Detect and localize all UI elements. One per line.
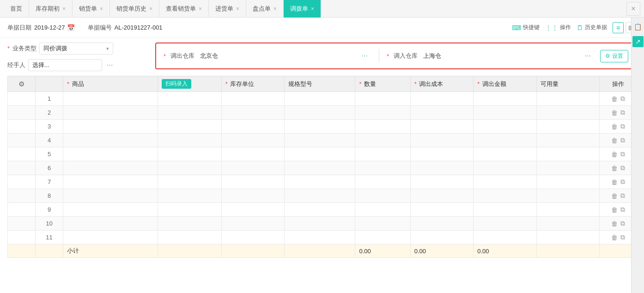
row-spec bbox=[285, 92, 355, 106]
setting-button[interactable]: ⚙ 设置 bbox=[600, 50, 628, 62]
tab-stocktake[interactable]: 盘点单 × bbox=[246, 0, 284, 18]
tab-inventory-init[interactable]: 库存期初 × bbox=[29, 0, 73, 18]
operations-button[interactable]: ⋮⋮ 操作 bbox=[545, 24, 571, 31]
row-avail bbox=[536, 189, 599, 203]
row-gear-cell bbox=[8, 134, 36, 147]
row-product[interactable] bbox=[63, 120, 158, 134]
row-spec bbox=[285, 120, 355, 134]
footer-empty-2 bbox=[158, 244, 221, 258]
delete-icon[interactable]: 🗑 bbox=[611, 178, 618, 186]
row-avail bbox=[536, 92, 599, 106]
person-more-icon[interactable]: ··· bbox=[107, 61, 113, 69]
row-product[interactable] bbox=[63, 134, 158, 147]
tab-close-stocktake[interactable]: × bbox=[273, 6, 277, 12]
calendar-icon[interactable]: 📅 bbox=[67, 24, 75, 31]
delete-icon[interactable]: 🗑 bbox=[611, 220, 618, 227]
history-button[interactable]: 🗒 历史单据 bbox=[577, 24, 607, 31]
row-cost bbox=[410, 134, 473, 147]
delete-icon[interactable]: 🗑 bbox=[611, 151, 618, 158]
col-header-cost: * 调出成本 bbox=[410, 76, 473, 92]
row-product[interactable] bbox=[63, 217, 158, 231]
row-product[interactable] bbox=[63, 147, 158, 161]
delete-icon[interactable]: 🗑 bbox=[611, 109, 618, 116]
row-qty bbox=[355, 217, 410, 231]
row-index: 10 bbox=[36, 217, 63, 231]
business-type-select[interactable]: 同价调拨 ▾ bbox=[39, 43, 113, 55]
tab-close-transfer[interactable]: × bbox=[311, 6, 314, 12]
date-label: 单据日期 bbox=[7, 24, 31, 32]
copy-icon[interactable]: ⧉ bbox=[620, 122, 625, 130]
in-warehouse-more-icon[interactable]: ··· bbox=[585, 52, 591, 60]
row-scan bbox=[158, 147, 221, 161]
toolbar-right: ⌨ 快捷键 ⋮⋮ 操作 🗒 历史单据 ≡ ⊞ bbox=[512, 22, 637, 33]
sidebar-expand-icon[interactable]: ↗ bbox=[632, 36, 644, 47]
copy-icon[interactable]: ⧉ bbox=[620, 206, 625, 214]
delete-icon[interactable]: 🗑 bbox=[611, 234, 618, 241]
footer-index bbox=[36, 244, 63, 258]
shortcuts-button[interactable]: ⌨ 快捷键 bbox=[512, 24, 540, 31]
tab-close-view-sales[interactable]: × bbox=[199, 6, 202, 12]
row-gear-cell bbox=[8, 92, 36, 106]
row-unit bbox=[221, 120, 284, 134]
table-row: 1 🗑 ⧉ bbox=[8, 92, 637, 106]
tab-close-inventory-init[interactable]: × bbox=[62, 6, 66, 12]
delete-icon[interactable]: 🗑 bbox=[611, 95, 618, 103]
row-avail bbox=[536, 175, 599, 189]
copy-icon[interactable]: ⧉ bbox=[620, 95, 625, 103]
tab-close-purchase[interactable]: × bbox=[236, 6, 239, 12]
layout-list-button[interactable]: ≡ bbox=[613, 22, 624, 33]
row-index: 8 bbox=[36, 189, 63, 203]
copy-icon[interactable]: ⧉ bbox=[620, 192, 625, 200]
row-actions-container: 🗑 ⧉ bbox=[603, 95, 632, 103]
person-select[interactable]: 选择... bbox=[28, 59, 102, 71]
copy-icon[interactable]: ⧉ bbox=[620, 164, 625, 172]
copy-icon[interactable]: ⧉ bbox=[620, 220, 625, 227]
row-qty bbox=[355, 92, 410, 106]
table-row: 6 🗑 ⧉ bbox=[8, 161, 637, 175]
row-amount bbox=[474, 175, 536, 189]
row-gear-cell bbox=[8, 120, 36, 134]
sidebar-notes-icon[interactable]: 📋 bbox=[632, 21, 644, 32]
close-all-tabs-button[interactable]: × bbox=[626, 2, 640, 16]
table-settings-button[interactable]: ⚙ bbox=[18, 80, 24, 88]
row-cost bbox=[410, 161, 473, 175]
tab-sales-order[interactable]: 销货单 × bbox=[73, 0, 110, 18]
table-header-row: ⚙ * 商品 扫码录入 * 库存单位 规格型号 bbox=[8, 76, 637, 92]
delete-icon[interactable]: 🗑 bbox=[611, 165, 618, 172]
out-warehouse-more-icon[interactable]: ··· bbox=[362, 52, 368, 60]
tab-sales-history[interactable]: 销货单历史 × bbox=[110, 0, 159, 18]
copy-icon[interactable]: ⧉ bbox=[620, 109, 625, 116]
row-product[interactable] bbox=[63, 175, 158, 189]
copy-icon[interactable]: ⧉ bbox=[620, 136, 625, 144]
row-cost bbox=[410, 175, 473, 189]
delete-icon[interactable]: 🗑 bbox=[611, 123, 618, 130]
row-amount bbox=[474, 106, 536, 120]
row-spec bbox=[285, 106, 355, 120]
row-qty bbox=[355, 120, 410, 134]
copy-icon[interactable]: ⧉ bbox=[620, 233, 625, 241]
copy-icon[interactable]: ⧉ bbox=[620, 150, 625, 158]
row-unit bbox=[221, 147, 284, 161]
tab-purchase[interactable]: 进货单 × bbox=[209, 0, 246, 18]
tab-close-sales-order[interactable]: × bbox=[100, 6, 103, 12]
delete-icon[interactable]: 🗑 bbox=[611, 206, 618, 214]
col-header-index bbox=[36, 76, 63, 92]
delete-icon[interactable]: 🗑 bbox=[611, 137, 618, 144]
row-product[interactable] bbox=[63, 203, 158, 217]
tab-close-sales-history[interactable]: × bbox=[149, 6, 152, 12]
col-header-amount: * 调出金额 bbox=[474, 76, 536, 92]
row-gear-cell bbox=[8, 175, 36, 189]
copy-icon[interactable]: ⧉ bbox=[620, 178, 625, 186]
row-product[interactable] bbox=[63, 161, 158, 175]
row-scan bbox=[158, 175, 221, 189]
row-product[interactable] bbox=[63, 92, 158, 106]
row-product[interactable] bbox=[63, 189, 158, 203]
delete-icon[interactable]: 🗑 bbox=[611, 192, 618, 200]
row-scan bbox=[158, 231, 221, 244]
tab-transfer[interactable]: 调拨单 × bbox=[284, 0, 321, 18]
tab-home[interactable]: 首页 bbox=[4, 0, 29, 18]
row-product[interactable] bbox=[63, 231, 158, 244]
tab-view-sales[interactable]: 查看销货单 × bbox=[159, 0, 209, 18]
scan-input-button[interactable]: 扫码录入 bbox=[162, 79, 191, 89]
row-product[interactable] bbox=[63, 106, 158, 120]
